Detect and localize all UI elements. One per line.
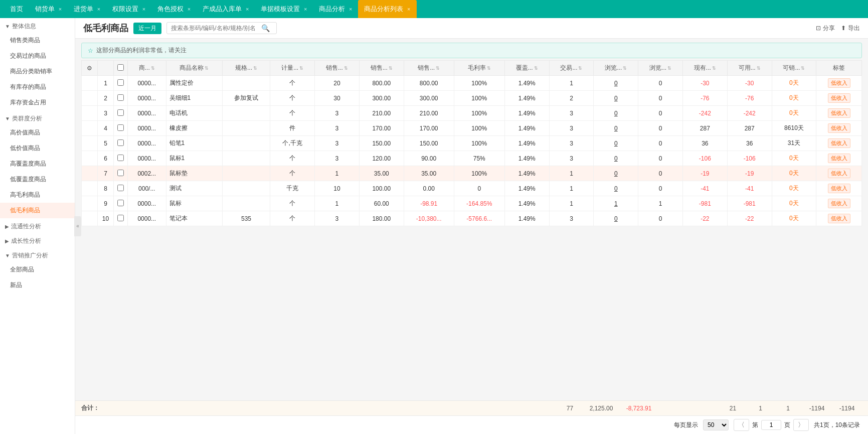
cell-browse1[interactable]: 0: [594, 76, 638, 91]
sidebar-item-in-stock[interactable]: 有库存的商品: [0, 79, 75, 95]
sidebar-item-low-value[interactable]: 低价值商品: [0, 140, 75, 156]
nav-finished-goods[interactable]: 产成品入库单 ×: [197, 0, 255, 18]
nav-finished-goods-close[interactable]: ×: [246, 6, 249, 12]
nav-roles[interactable]: 角色授权 ×: [151, 0, 197, 18]
cell-sales-qty: 3: [315, 211, 360, 226]
cell-settings: [82, 181, 98, 196]
prev-page-btn[interactable]: 〈: [734, 419, 749, 431]
nav-product-analysis-close[interactable]: ×: [349, 6, 352, 12]
cell-num: 5: [98, 136, 114, 151]
nav-analysis-list[interactable]: 商品分析列表 ×: [358, 0, 416, 18]
nav-permissions[interactable]: 权限设置 ×: [106, 0, 151, 18]
cell-sales-qty: 10: [315, 181, 360, 196]
cell-unit: 千克: [270, 181, 315, 196]
cell-num: 9: [98, 196, 114, 211]
row-checkbox[interactable]: [117, 109, 124, 116]
nav-permissions-close[interactable]: ×: [142, 6, 145, 12]
sidebar-group-marketing[interactable]: ▼ 营销推广分析: [0, 247, 75, 262]
sidebar-item-category-rate[interactable]: 商品分类助销率: [0, 64, 75, 79]
sidebar-item-high-value[interactable]: 高价值商品: [0, 125, 75, 140]
sidebar-item-traded-products[interactable]: 交易过的商品: [0, 48, 75, 64]
cell-browse1[interactable]: 0: [594, 211, 638, 226]
sidebar-item-low-profit[interactable]: 低毛利商品: [0, 203, 75, 218]
page-number-input[interactable]: [761, 420, 781, 430]
select-all-checkbox[interactable]: [117, 64, 124, 71]
row-checkbox[interactable]: [117, 170, 124, 176]
cell-saleable: 0天: [772, 166, 816, 181]
nav-purchase-close[interactable]: ×: [97, 6, 100, 12]
row-checkbox[interactable]: [117, 215, 124, 221]
sidebar-item-new-products[interactable]: 新品: [0, 277, 75, 293]
row-checkbox[interactable]: [117, 94, 124, 101]
cell-current-stock: -106: [682, 151, 727, 166]
col-check[interactable]: [114, 61, 128, 76]
row-checkbox[interactable]: [117, 139, 124, 146]
cell-current-stock: -76: [682, 91, 727, 106]
sidebar-item-low-coverage[interactable]: 低覆盖度商品: [0, 172, 75, 187]
sidebar-collapse-btn[interactable]: «: [74, 216, 81, 236]
search-icon[interactable]: 🔍: [261, 24, 270, 32]
cell-check[interactable]: [114, 151, 128, 166]
cell-check[interactable]: [114, 211, 128, 226]
sidebar-group-growth[interactable]: ▶ 成长性分析: [0, 233, 75, 247]
row-checkbox[interactable]: [117, 200, 124, 206]
nav-sales-close[interactable]: ×: [59, 6, 62, 12]
sidebar-item-high-coverage[interactable]: 高覆盖度商品: [0, 156, 75, 172]
nav-template[interactable]: 单据模板设置 ×: [255, 0, 313, 18]
cell-current-stock: -22: [682, 211, 727, 226]
search-input[interactable]: [171, 25, 261, 32]
sidebar-item-all-products[interactable]: 全部商品: [0, 262, 75, 277]
cell-browse1[interactable]: 0: [594, 166, 638, 181]
table-wrapper[interactable]: ⚙ 商...⇅ 商品名称⇅ 规格...⇅ 计量...⇅ 销售...⇅ 销售...…: [81, 60, 862, 400]
row-checkbox[interactable]: [117, 185, 124, 191]
sidebar-group-circulation[interactable]: ▶ 流通性分析: [0, 218, 75, 233]
cell-browse1[interactable]: 0: [594, 181, 638, 196]
nav-product-analysis[interactable]: 商品分析 ×: [313, 0, 358, 18]
next-page-btn[interactable]: 〉: [793, 419, 809, 431]
cell-check[interactable]: [114, 166, 128, 181]
row-checkbox[interactable]: [117, 124, 124, 131]
cell-check[interactable]: [114, 136, 128, 151]
per-page-select[interactable]: 10 20 50 100: [703, 419, 729, 430]
sidebar-item-sales-products[interactable]: 销售类商品: [0, 33, 75, 48]
col-settings[interactable]: ⚙: [82, 61, 98, 76]
nav-home[interactable]: 首页: [4, 0, 29, 18]
cell-trade: 3: [549, 136, 594, 151]
cell-check[interactable]: [114, 91, 128, 106]
cell-sales-qty: 30: [315, 91, 360, 106]
cell-check[interactable]: [114, 76, 128, 91]
cell-sales-price: 60.00: [359, 196, 404, 211]
nav-template-close[interactable]: ×: [304, 6, 307, 12]
nav-analysis-list-close[interactable]: ×: [407, 6, 410, 12]
total-browse1: 1: [747, 405, 774, 412]
cell-browse1[interactable]: 1: [594, 196, 638, 211]
cell-check[interactable]: [114, 196, 128, 211]
cell-browse1[interactable]: 0: [594, 121, 638, 136]
share-btn[interactable]: ⊡ 分享: [816, 24, 835, 33]
nav-sales[interactable]: 销货单 ×: [29, 0, 68, 18]
cell-browse1[interactable]: 0: [594, 151, 638, 166]
row-checkbox[interactable]: [117, 155, 124, 161]
cell-check[interactable]: [114, 106, 128, 121]
export-btn[interactable]: ⬆ 导出: [841, 24, 860, 33]
sidebar-group-overall[interactable]: ▼ 整体信息: [0, 18, 75, 33]
col-saleable: 可销...⇅: [772, 61, 816, 76]
cell-trade: 3: [549, 211, 594, 226]
notice-text: 这部分商品的利润非常低，请关注: [96, 46, 187, 55]
cell-browse1[interactable]: 0: [594, 91, 638, 106]
sidebar-item-capital[interactable]: 库存资金占用: [0, 95, 75, 110]
nav-roles-close[interactable]: ×: [188, 6, 191, 12]
nav-purchase[interactable]: 进货单 ×: [68, 0, 106, 18]
row-checkbox[interactable]: [117, 79, 124, 86]
cell-tag: 低收入: [816, 121, 862, 136]
content-header: 低毛利商品 近一月 🔍 ⊡ 分享 ⬆ 导出: [75, 18, 868, 39]
cell-check[interactable]: [114, 181, 128, 196]
cell-trade: 3: [549, 121, 594, 136]
cell-check[interactable]: [114, 121, 128, 136]
cell-browse1[interactable]: 0: [594, 136, 638, 151]
sidebar-item-high-profit[interactable]: 高毛利商品: [0, 187, 75, 203]
date-filter-btn[interactable]: 近一月: [133, 23, 161, 34]
cell-browse1[interactable]: 0: [594, 106, 638, 121]
sidebar-group-cluster[interactable]: ▼ 类群度分析: [0, 110, 75, 125]
cell-unit: 件: [270, 121, 315, 136]
